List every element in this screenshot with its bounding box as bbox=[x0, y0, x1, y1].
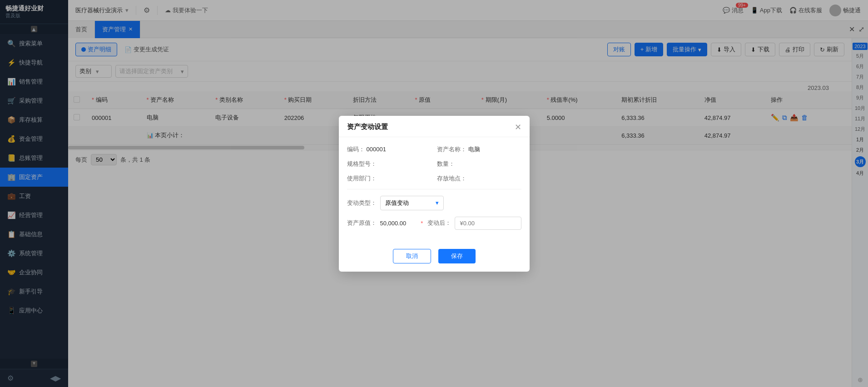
modal-row-change-type: 变动类型： 原值变动 ▾ bbox=[347, 196, 521, 210]
modal-title: 资产变动设置 bbox=[347, 123, 388, 131]
modal-row-2: 规格型号： 数量： bbox=[347, 160, 521, 168]
modal-dept-label: 使用部门： bbox=[347, 174, 377, 183]
modal-asset-original-value: 50,000.00 bbox=[380, 220, 407, 227]
modal-save-btn[interactable]: 保存 bbox=[438, 249, 476, 263]
modal-overlay: 资产变动设置 ✕ 编码： 000001 资产名称： 电脑 规格型号： bbox=[0, 0, 868, 387]
modal-code-value: 000001 bbox=[367, 146, 386, 153]
modal-location-label: 存放地点： bbox=[437, 174, 466, 183]
modal-asset-name-label: 资产名称： bbox=[437, 145, 466, 154]
modal-field-spec: 规格型号： bbox=[347, 160, 432, 168]
asset-change-modal: 资产变动设置 ✕ 编码： 000001 资产名称： 电脑 规格型号： bbox=[339, 116, 530, 272]
modal-change-type-value: 原值变动 bbox=[385, 199, 409, 207]
modal-header: 资产变动设置 ✕ bbox=[339, 116, 530, 137]
modal-required-star: * bbox=[421, 220, 423, 227]
modal-code-label: 编码： bbox=[347, 145, 365, 154]
modal-footer: 取消 保存 bbox=[339, 244, 530, 272]
modal-quantity-label: 数量： bbox=[437, 160, 455, 168]
modal-after-change-label: 变动后： bbox=[427, 219, 451, 227]
modal-after-change-input[interactable] bbox=[455, 217, 521, 230]
modal-field-asset-name: 资产名称： 电脑 bbox=[437, 145, 521, 154]
modal-body: 编码： 000001 资产名称： 电脑 规格型号： 数量： bbox=[339, 137, 530, 244]
modal-field-code: 编码： 000001 bbox=[347, 145, 432, 154]
modal-row-1: 编码： 000001 资产名称： 电脑 bbox=[347, 145, 521, 154]
modal-close-icon[interactable]: ✕ bbox=[515, 122, 521, 132]
modal-asset-name-value: 电脑 bbox=[468, 145, 480, 154]
modal-change-type-label: 变动类型： bbox=[347, 199, 377, 207]
modal-change-type-select[interactable]: 原值变动 ▾ bbox=[380, 196, 444, 210]
modal-row-values: 资产原值： 50,000.00 * 变动后： bbox=[347, 217, 521, 230]
modal-row-3: 使用部门： 存放地点： bbox=[347, 174, 521, 183]
modal-spec-label: 规格型号： bbox=[347, 160, 377, 168]
modal-cancel-btn[interactable]: 取消 bbox=[393, 249, 431, 263]
modal-field-dept: 使用部门： bbox=[347, 174, 432, 183]
modal-field-quantity: 数量： bbox=[437, 160, 521, 168]
modal-change-type-arrow: ▾ bbox=[436, 199, 439, 206]
modal-field-location: 存放地点： bbox=[437, 174, 521, 183]
modal-asset-original-label: 资产原值： bbox=[347, 219, 377, 227]
modal-divider bbox=[347, 189, 521, 189]
